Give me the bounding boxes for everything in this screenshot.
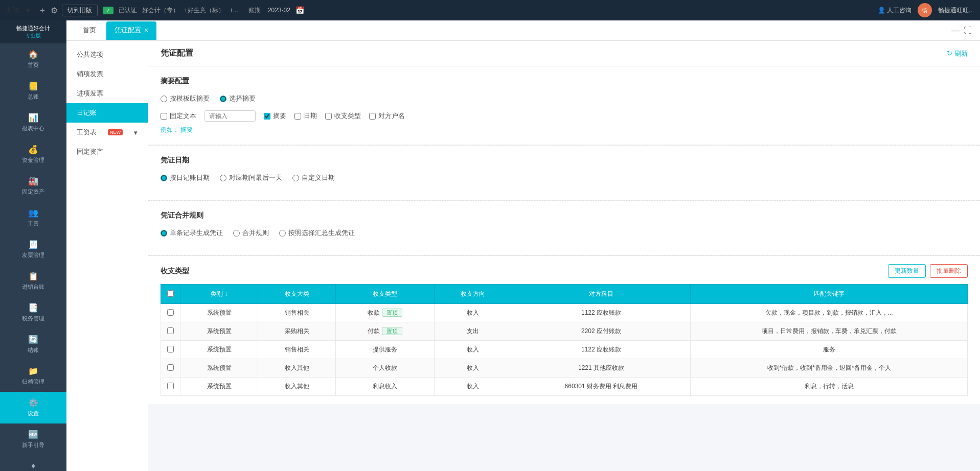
badge-certified: ✓	[103, 7, 113, 14]
gear-icon[interactable]: ⚙	[51, 6, 58, 15]
left-nav-item-public[interactable]: 公共选项	[66, 45, 148, 64]
switch-to-old-btn[interactable]: 切到旧版	[62, 5, 98, 16]
income-expense-table: 类别 ↓ 收支大类 收支类型 收支方向 对方科目 匹配关键字	[161, 284, 968, 396]
abstract-checkbox[interactable]: 摘要	[264, 111, 286, 121]
sidebar-item-member[interactable]: ♦ 畅会员	[0, 455, 66, 471]
sidebar-item-home[interactable]: 🏠 首页	[0, 43, 66, 75]
content: 公共选项 销项发票 进项发票 日记账 工资表 NEW ▾ 固定资产	[66, 41, 980, 471]
sidebar-item-settings[interactable]: ⚙️ 设置	[0, 392, 66, 423]
date-checkbox[interactable]: 日期	[294, 111, 317, 121]
invoice-mgmt-icon: 🧾	[28, 240, 38, 249]
sidebar-item-settlement[interactable]: 🔄 结账	[0, 328, 66, 360]
td-category-5: 系统预置	[180, 378, 258, 396]
summary-radio-group: 按模板版摘要 选择摘要	[161, 94, 968, 103]
voucher-date-section: 凭证日期 按日记账日期 对应期间最后一天 自定义日期	[148, 146, 980, 200]
type-checkbox[interactable]: 收支类型	[325, 111, 361, 121]
left-nav-item-fixed-asset[interactable]: 固定资产	[66, 142, 148, 161]
left-nav-item-salary-table[interactable]: 工资表 NEW ▾	[66, 123, 148, 142]
merge-rules-title: 凭证合并规则	[161, 211, 968, 220]
td-direction-1: 收入	[434, 304, 512, 322]
td-subject-4: 1221 其他应收款	[512, 359, 690, 378]
table-section-title: 收支类型	[161, 267, 189, 276]
tab-close-btn[interactable]: ×	[144, 26, 148, 34]
fixed-text-checkbox[interactable]: 固定文本	[161, 111, 196, 121]
plus-icon[interactable]: ＋	[38, 5, 47, 16]
top-bar-right: 👤 人工咨询 畅 畅捷通旺旺...	[878, 3, 974, 17]
table-row: 系统预置 销售相关 收款 置顶 收入 1122 应收账款 欠款，现金，项目款，到…	[161, 304, 968, 322]
th-keywords: 匹配关键字	[691, 285, 968, 304]
sidebar-item-tax[interactable]: 📑 税务管理	[0, 297, 66, 328]
td-direction-2: 支出	[434, 322, 512, 341]
td-direction-4: 收入	[434, 359, 512, 378]
merge-radio-single[interactable]: 单条记录生成凭证	[161, 228, 223, 238]
fixed-text-input[interactable]	[204, 110, 256, 122]
sidebar-item-salary[interactable]: 👥 工资	[0, 202, 66, 233]
th-subject: 对方科目	[512, 285, 690, 304]
voucher-date-radio-group: 按日记账日期 对应期间最后一天 自定义日期	[161, 173, 968, 182]
minimize-btn[interactable]: —	[951, 26, 960, 35]
summary-section: 摘要配置 按模板版摘要 选择摘要	[148, 66, 980, 145]
fixed-assets-icon: 🏭	[28, 176, 38, 186]
merge-radio-merge[interactable]: 合并规则	[233, 228, 269, 238]
type-tag-2[interactable]: 置顶	[382, 327, 402, 335]
td-keywords-1: 欠款，现金，项目款，到款，报销款，汇入，...	[691, 304, 968, 322]
top-bar-actions: ＋ ⚙ 切到旧版	[38, 5, 98, 16]
user-avatar[interactable]: 畅	[918, 3, 932, 17]
funds-icon: 💰	[28, 145, 38, 154]
th-type: 收支类型	[336, 285, 434, 304]
badge-more: +...	[230, 7, 238, 14]
table-action-buttons: 更新数量 批量删除	[888, 264, 968, 278]
top-bar-arrow: ▼	[25, 7, 31, 14]
th-direction: 收支方向	[434, 285, 512, 304]
sidebar-item-funds[interactable]: 💰 资金管理	[0, 138, 66, 170]
maximize-btn[interactable]: ⛶	[964, 26, 972, 35]
sidebar-item-ledger[interactable]: 📒 总账	[0, 75, 66, 107]
left-nav-item-purchase-invoice[interactable]: 进项发票	[66, 84, 148, 103]
tab-voucher-config[interactable]: 凭证配置 ×	[106, 21, 156, 40]
date-radio-custom[interactable]: 自定义日期	[292, 173, 335, 182]
username[interactable]: 畅捷通旺旺...	[938, 6, 974, 15]
date-radio-journal[interactable]: 按日记账日期	[161, 173, 210, 182]
td-type-2: 付款 置顶	[336, 322, 434, 341]
td-category-3: 系统预置	[180, 341, 258, 359]
type-tag-1[interactable]: 置顶	[382, 309, 402, 317]
th-category: 类别 ↓	[180, 285, 258, 304]
tab-actions: — ⛶	[951, 26, 972, 35]
td-keywords-3: 服务	[691, 341, 968, 359]
td-checkbox-4[interactable]	[161, 359, 180, 378]
tab-home[interactable]: 首页	[75, 21, 104, 40]
counterpart-checkbox[interactable]: 对方户名	[369, 111, 405, 121]
merge-radio-summary[interactable]: 按照选择汇总生成凭证	[279, 228, 355, 238]
left-nav-item-sales-invoice[interactable]: 销项发票	[66, 64, 148, 84]
batch-delete-btn[interactable]: 批量删除	[930, 264, 968, 278]
tax-icon: 📑	[28, 303, 38, 313]
customer-service-btn[interactable]: 👤 人工咨询	[878, 6, 911, 15]
left-nav-item-journal[interactable]: 日记账	[66, 103, 148, 123]
calendar-icon[interactable]: 📅	[295, 6, 304, 14]
td-checkbox-5[interactable]	[161, 378, 180, 396]
td-checkbox-2[interactable]	[161, 322, 180, 341]
td-checkbox-1[interactable]	[161, 304, 180, 322]
td-category-2: 系统预置	[180, 322, 258, 341]
sidebar-item-newbie[interactable]: 🆕 新手引导	[0, 423, 66, 455]
refresh-btn[interactable]: ↻ 刷新	[947, 49, 968, 58]
summary-radio-template[interactable]: 按模板版摘要	[161, 94, 210, 103]
summary-radio-select[interactable]: 选择摘要	[220, 94, 256, 103]
td-checkbox-3[interactable]	[161, 341, 180, 359]
voucher-date-title: 凭证日期	[161, 156, 968, 165]
merge-rules-section: 凭证合并规则 单条记录生成凭证 合并规则 按照选择汇总生成凭证	[148, 201, 980, 255]
select-all-checkbox[interactable]	[167, 290, 174, 297]
td-subject-5: 660301 财务费用 利息费用	[512, 378, 690, 396]
sidebar-item-archive[interactable]: 📁 归档管理	[0, 360, 66, 392]
page-title: 凭证配置	[161, 48, 193, 59]
date-radio-period-last[interactable]: 对应期间最后一天	[220, 173, 282, 182]
th-checkbox[interactable]	[161, 285, 180, 304]
sidebar-item-fixed-assets[interactable]: 🏭 固定资产	[0, 170, 66, 202]
td-major-5: 收入其他	[258, 378, 336, 396]
sidebar-logo: 畅捷通好会计专业版	[0, 20, 66, 43]
td-major-3: 销售相关	[258, 341, 336, 359]
sidebar-item-purchase-sales[interactable]: 📋 进销台账	[0, 265, 66, 297]
update-count-btn[interactable]: 更新数量	[888, 264, 926, 278]
sidebar-item-invoice-mgmt[interactable]: 🧾 发票管理	[0, 233, 66, 265]
sidebar-item-reports[interactable]: 📊 报表中心	[0, 107, 66, 138]
